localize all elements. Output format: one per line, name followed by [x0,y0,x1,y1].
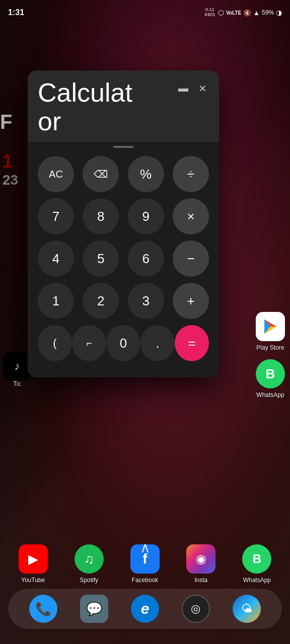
btn-8[interactable]: 8 [83,198,119,234]
half-circle-icon: ◑ [276,9,282,17]
status-bar: 1:31 0.11KB/S ⬡ VoLTE 🔇 ▲ 59% ◑ [0,0,290,25]
youtube-app[interactable]: ▶ YouTube [19,544,48,584]
whatsapp-bottom-label: WhatsApp [243,577,271,584]
volte-icon: VoLTE [226,10,241,16]
spotify-app[interactable]: ♫ Spotify [75,544,104,584]
btn-percent[interactable]: % [128,156,164,192]
calendar-partial: F [0,111,30,133]
btn-backspace[interactable]: ⌫ [83,156,119,192]
instagram-label: Insta [194,577,207,584]
phone-icon: 📞 [35,601,51,617]
battery-text: 59% [262,9,274,16]
close-icon[interactable]: ✕ [196,80,209,97]
btn-subtract[interactable]: − [173,240,209,277]
messages-icon: 💬 [86,601,102,617]
btn-4[interactable]: 4 [38,240,74,277]
btn-2[interactable]: 2 [83,283,119,319]
app-drawer-chevron[interactable]: ∧ [140,539,151,556]
whatsapp-right-icon: B [256,359,285,388]
instagram-app[interactable]: ◉ Insta [186,544,215,584]
edge-dock-app[interactable]: e [131,595,159,623]
btn-3[interactable]: 3 [128,283,164,319]
minimize-icon[interactable]: ▬ [176,80,190,97]
whatsapp-right-app[interactable]: B WhatsApp [256,359,285,398]
calculator-body: AC ⌫ % ÷ 7 8 9 × 4 5 6 − 1 2 3 + ( ⌐ [28,148,219,377]
network-speed-icon: 0.11KB/S [204,8,215,18]
play-store-app[interactable]: Play Store [256,312,285,351]
status-time: 1:31 [8,8,24,17]
edge-icon: e [141,600,150,617]
btn-decimal[interactable]: . [140,325,175,361]
btn-bracket[interactable]: ⌐ [72,325,106,361]
youtube-label: YouTube [21,577,45,584]
tiktok-label: Tic [13,380,21,387]
status-icons: 0.11KB/S ⬡ VoLTE 🔇 ▲ 59% ◑ [204,8,282,18]
camera-icon: ◎ [191,602,200,615]
sky-dock-app[interactable]: 🌤 [233,595,261,623]
whatsapp-bottom-app[interactable]: B WhatsApp [242,544,271,584]
btn-paren-open[interactable]: ( [38,325,72,361]
btn-6[interactable]: 6 [128,240,164,277]
phone-dock-app[interactable]: 📞 [29,595,57,623]
date-partial: 1 23 [3,151,18,188]
signal-icon: ▲ [253,9,260,17]
spotify-icon: ♫ [84,551,94,567]
muted-icon: 🔇 [243,9,251,17]
sky-icon: 🌤 [241,602,252,615]
youtube-icon: ▶ [28,551,38,567]
btn-multiply[interactable]: × [173,198,209,234]
whatsapp-right-label: WhatsApp [256,391,284,398]
play-store-label: Play Store [256,344,284,351]
bluetooth-icon: ⬡ [218,9,224,17]
calculator-popup: Calculator ▬ ✕ AC ⌫ % ÷ 7 8 9 × 4 5 6 − [28,70,219,377]
btn-1[interactable]: 1 [38,283,74,319]
calculator-title: Calculator [38,78,176,136]
calc-row-3: 4 5 6 − [38,240,209,277]
facebook-label: Facebook [132,577,159,584]
calculator-header: Calculator ▬ ✕ [28,70,219,142]
play-store-icon [256,312,285,341]
btn-0[interactable]: 0 [106,325,140,361]
calc-row-1: AC ⌫ % ÷ [38,156,209,192]
btn-divide[interactable]: ÷ [173,156,209,192]
dock: 📞 💬 e ◎ 🌤 [8,589,282,629]
btn-5[interactable]: 5 [83,240,119,277]
btn-9[interactable]: 9 [128,198,164,234]
calc-row-4: 1 2 3 + [38,283,209,319]
btn-7[interactable]: 7 [38,198,74,234]
calc-row-5: ( ⌐ 0 . = [38,325,209,361]
messages-dock-app[interactable]: 💬 [80,595,108,623]
btn-ac[interactable]: AC [38,156,74,192]
btn-add[interactable]: + [173,283,209,319]
calc-row-2: 7 8 9 × [38,198,209,234]
btn-equals[interactable]: = [175,325,209,361]
right-apps: Play Store B WhatsApp [256,312,285,398]
camera-dock-app[interactable]: ◎ [182,595,210,623]
instagram-icon: ◉ [196,552,206,566]
calculator-header-icons: ▬ ✕ [176,80,209,97]
whatsapp-bottom-icon: B [253,552,261,566]
spotify-label: Spotify [80,577,98,584]
